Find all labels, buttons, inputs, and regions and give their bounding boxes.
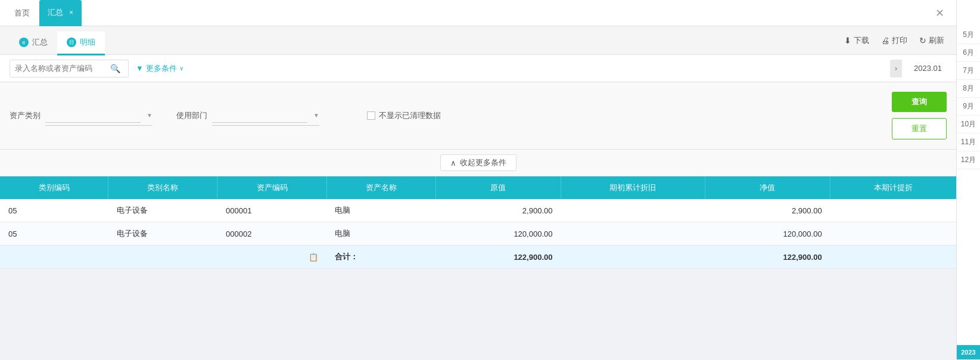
search-icon: 🔍	[110, 64, 120, 73]
detail-icon: 目	[67, 38, 76, 47]
month-11[interactable]: 11月	[957, 134, 980, 151]
col-asset-name: 资产名称	[326, 176, 435, 199]
use-dept-field: 使用部门 ▼	[176, 106, 319, 126]
col-net-value: 净值	[705, 176, 830, 199]
download-button[interactable]: ⬇ 下载	[844, 35, 869, 46]
layers-icon: ≡	[19, 38, 29, 47]
cell-asset-code-1: 000001	[217, 199, 326, 222]
filter-row-1: 资产类别 ▼ 使用部门 ▼ 不显示已清理数据	[10, 92, 947, 139]
cell-net-2: 120,000.00	[705, 222, 830, 246]
asset-category-dropdown-icon: ▼	[147, 112, 153, 119]
cell-original-1: 2,900.00	[435, 199, 561, 222]
period-indicator: 2023.01	[909, 64, 947, 73]
download-label: 下载	[854, 35, 869, 46]
total-icon: 📋	[309, 253, 318, 262]
side-expand-arrow[interactable]: ›	[890, 60, 902, 77]
cell-depr-2	[830, 222, 956, 246]
toolbar-row: ≡ 汇总 目 明细 ⬇ 下载 🖨 打印 ↻ 刷新	[0, 26, 956, 55]
month-8[interactable]: 8月	[957, 80, 980, 98]
use-dept-value	[212, 108, 307, 123]
cell-asset-name-2: 电脑	[326, 222, 435, 246]
asset-category-label: 资产类别	[10, 110, 41, 121]
month-9[interactable]: 9月	[957, 98, 980, 116]
data-table: 类别编码 类别名称 资产编码 资产名称 原值 期初累计折旧 净值 本期计提折 0…	[0, 176, 956, 269]
cell-accum-1	[561, 199, 705, 222]
col-category-name: 类别名称	[108, 176, 217, 199]
use-dept-label: 使用部门	[176, 110, 207, 121]
more-conditions-label: 更多条件	[146, 63, 177, 74]
col-current-depr: 本期计提折	[830, 176, 956, 199]
window-close-button[interactable]: ✕	[933, 4, 947, 22]
hide-cleared-label: 不显示已清理数据	[379, 110, 441, 121]
use-dept-dropdown-icon: ▼	[313, 112, 319, 119]
col-asset-code: 资产编码	[217, 176, 326, 199]
action-buttons-col: 查询 重置	[892, 92, 947, 139]
month-10[interactable]: 10月	[957, 116, 980, 134]
cell-asset-code-2: 000002	[217, 222, 326, 246]
month-6[interactable]: 6月	[957, 44, 980, 62]
hide-cleared-checkbox[interactable]	[367, 111, 375, 120]
tab-close-icon[interactable]: ×	[69, 8, 73, 17]
refresh-icon: ↻	[919, 36, 926, 45]
table-row: 05 电子设备 000001 电脑 2,900.00 2,900.00	[0, 199, 956, 222]
home-tab[interactable]: 首页	[10, 8, 35, 18]
col-accumulated-depr: 期初累计折旧	[561, 176, 705, 199]
query-button[interactable]: 查询	[892, 92, 947, 112]
main-tab[interactable]: 汇总 ×	[39, 0, 82, 26]
tab-detail[interactable]: 目 明细	[57, 32, 105, 55]
cell-accum-2	[561, 222, 705, 246]
total-depr	[830, 246, 956, 269]
cell-original-2: 120,000.00	[435, 222, 561, 246]
download-icon: ⬇	[844, 36, 851, 45]
total-net: 122,900.00	[705, 246, 830, 269]
year-badge[interactable]: 2023	[957, 345, 980, 360]
collapse-label: 收起更多条件	[460, 157, 506, 168]
chevron-right-icon: ›	[895, 64, 897, 73]
total-icon-cell: 📋	[0, 246, 326, 269]
refresh-button[interactable]: ↻ 刷新	[919, 35, 944, 46]
filter-bar: 🔍 ▼ 更多条件 ∨ › 2023.01	[0, 55, 956, 82]
search-wrap[interactable]: 🔍	[10, 60, 129, 77]
reset-button[interactable]: 重置	[892, 118, 947, 139]
print-label: 打印	[892, 35, 907, 46]
asset-category-value	[45, 108, 141, 123]
asset-category-select[interactable]: ▼	[45, 106, 153, 126]
cell-name-2: 电子设备	[108, 222, 217, 246]
checkbox-row: 不显示已清理数据	[367, 110, 441, 121]
table-total-row: 📋 合计： 122,900.00 122,900.00	[0, 246, 956, 269]
search-input[interactable]	[15, 64, 110, 73]
table-row: 05 电子设备 000002 电脑 120,000.00 120,000.00	[0, 222, 956, 246]
cell-asset-name-1: 电脑	[326, 199, 435, 222]
cell-code-1: 05	[0, 199, 108, 222]
use-dept-select[interactable]: ▼	[212, 106, 319, 126]
tab-summary-label: 汇总	[32, 37, 48, 48]
col-category-code: 类别编码	[0, 176, 108, 199]
print-button[interactable]: 🖨 打印	[881, 35, 907, 46]
asset-category-field: 资产类别 ▼	[10, 106, 153, 126]
filter-icon: ▼	[136, 64, 144, 73]
tab-summary[interactable]: ≡ 汇总	[10, 32, 57, 55]
cell-net-1: 2,900.00	[705, 199, 830, 222]
print-icon: 🖨	[881, 36, 889, 45]
more-conditions-button[interactable]: ▼ 更多条件 ∨	[136, 63, 183, 74]
cell-depr-1	[830, 199, 956, 222]
right-sidebar: 5月 6月 7月 8月 9月 10月 11月 12月 2023	[956, 0, 980, 360]
refresh-label: 刷新	[929, 35, 944, 46]
data-table-wrap: 类别编码 类别名称 资产编码 资产名称 原值 期初累计折旧 净值 本期计提折 0…	[0, 176, 956, 269]
month-7[interactable]: 7月	[957, 62, 980, 80]
month-5[interactable]: 5月	[957, 26, 980, 44]
col-original-value: 原值	[435, 176, 561, 199]
cell-code-2: 05	[0, 222, 108, 246]
cell-name-1: 电子设备	[108, 199, 217, 222]
chevron-down-icon: ∨	[179, 65, 183, 72]
top-nav: 首页 汇总 × ✕	[0, 0, 956, 26]
table-header-row: 类别编码 类别名称 资产编码 资产名称 原值 期初累计折旧 净值 本期计提折	[0, 176, 956, 199]
filter-buttons: 查询 重置	[892, 92, 947, 139]
month-12[interactable]: 12月	[957, 151, 980, 169]
collapse-button[interactable]: ∧ 收起更多条件	[440, 154, 517, 171]
toolbar-actions: ⬇ 下载 🖨 打印 ↻ 刷新	[844, 35, 956, 46]
total-label: 合计：	[326, 246, 435, 269]
collapse-bar[interactable]: ∧ 收起更多条件	[0, 150, 956, 176]
advanced-filter: 资产类别 ▼ 使用部门 ▼ 不显示已清理数据	[0, 82, 956, 150]
collapse-up-icon: ∧	[450, 159, 456, 167]
